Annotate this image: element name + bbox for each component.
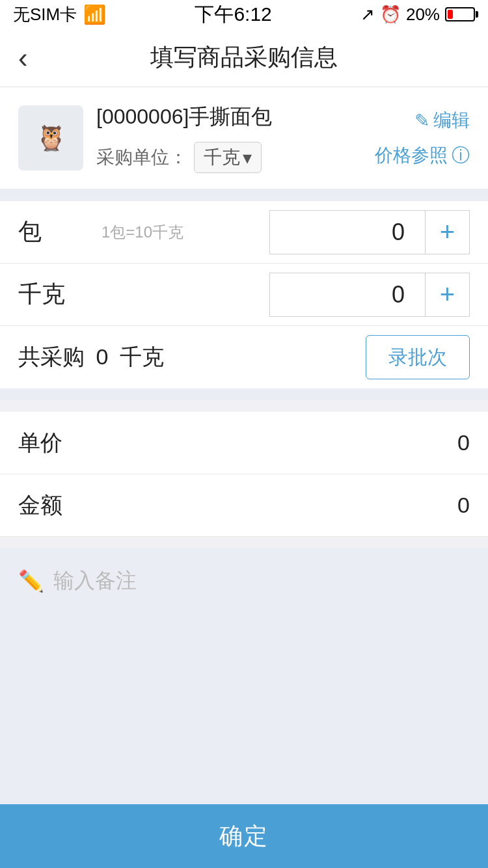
unit-prefix: 采购单位： [96, 145, 187, 170]
pencil-icon: ✏️ [18, 569, 44, 593]
product-thumbnail: 🦉 [18, 105, 83, 170]
summary-unit: 千克 [120, 344, 164, 369]
unit-price-value: 0 [457, 430, 470, 455]
bottom-spacer [0, 614, 488, 809]
note-section[interactable]: ✏️ 输入备注 [0, 549, 488, 614]
battery-icon [445, 7, 475, 21]
dropdown-icon: ▾ [243, 147, 252, 169]
product-name: [0000006]手撕面包 [96, 103, 362, 131]
price-ref-label: 价格参照 [375, 143, 448, 168]
status-right: ↗ ⏰ 20% [360, 5, 475, 25]
qty-input-bao[interactable] [269, 210, 426, 254]
status-bar: 无SIM卡 📶 下午6:12 ↗ ⏰ 20% [0, 0, 488, 29]
price-section: 单价 0 金额 0 [0, 412, 488, 537]
price-reference-button[interactable]: 价格参照 ⓘ [375, 143, 470, 168]
total-amount-row: 金额 0 [0, 474, 488, 537]
unit-price-row: 单价 0 [0, 412, 488, 474]
confirm-button[interactable]: 确定 [0, 804, 488, 868]
qty-input-wrap-kg: + [269, 273, 470, 317]
carrier-label: 无SIM卡 [13, 3, 77, 26]
edit-icon: ✎ [414, 110, 429, 131]
wifi-icon: 📶 [83, 4, 106, 25]
product-actions: ✎ 编辑 价格参照 ⓘ [375, 108, 470, 168]
qty-input-kg[interactable] [269, 273, 426, 317]
summary-text: 共采购 0 千克 [18, 342, 164, 372]
product-card: 🦉 [0000006]手撕面包 采购单位： 千克 ▾ ✎ 编辑 价格参照 ⓘ [0, 87, 488, 189]
help-icon: ⓘ [452, 143, 470, 168]
qty-label-bao: 包 [18, 216, 96, 248]
qty-row-bao: 包 1包=10千克 + [0, 201, 488, 264]
location-icon: ↗ [360, 5, 375, 25]
divider-1 [0, 189, 488, 201]
qty-input-wrap-bao: + [269, 210, 470, 254]
total-amount-label: 金额 [18, 491, 62, 521]
unit-select[interactable]: 千克 ▾ [194, 142, 262, 173]
qty-plus-kg[interactable]: + [426, 273, 470, 317]
qty-plus-bao[interactable]: + [426, 210, 470, 254]
battery-pct: 20% [406, 5, 440, 25]
product-info: [0000006]手撕面包 采购单位： 千克 ▾ [96, 103, 362, 173]
batch-button[interactable]: 录批次 [366, 335, 470, 379]
summary-amount: 0 [96, 344, 108, 369]
back-button[interactable]: ‹ [18, 42, 28, 74]
summary-prefix: 共采购 [18, 344, 85, 369]
qty-row-kg: 千克 + [0, 264, 488, 326]
qty-label-kg: 千克 [18, 278, 96, 310]
edit-label: 编辑 [433, 108, 470, 133]
time-label: 下午6:12 [195, 1, 271, 28]
batch-btn-label: 录批次 [388, 344, 447, 371]
product-logo-icon: 🦉 [36, 124, 66, 152]
qty-sublabel-bao: 1包=10千克 [102, 222, 183, 243]
alarm-icon: ⏰ [380, 5, 401, 25]
product-unit-row: 采购单位： 千克 ▾ [96, 142, 362, 173]
note-placeholder: 输入备注 [53, 567, 137, 595]
total-amount-value: 0 [457, 493, 470, 518]
edit-button[interactable]: ✎ 编辑 [414, 108, 470, 133]
page-title: 填写商品采购信息 [150, 42, 338, 74]
unit-price-label: 单价 [18, 428, 62, 458]
divider-2 [0, 388, 488, 400]
nav-bar: ‹ 填写商品采购信息 [0, 29, 488, 87]
summary-row: 共采购 0 千克 录批次 [0, 326, 488, 388]
confirm-label: 确定 [219, 821, 269, 852]
quantity-section: 包 1包=10千克 + 千克 + [0, 201, 488, 326]
unit-value: 千克 [204, 145, 240, 170]
status-left: 无SIM卡 📶 [13, 3, 106, 26]
